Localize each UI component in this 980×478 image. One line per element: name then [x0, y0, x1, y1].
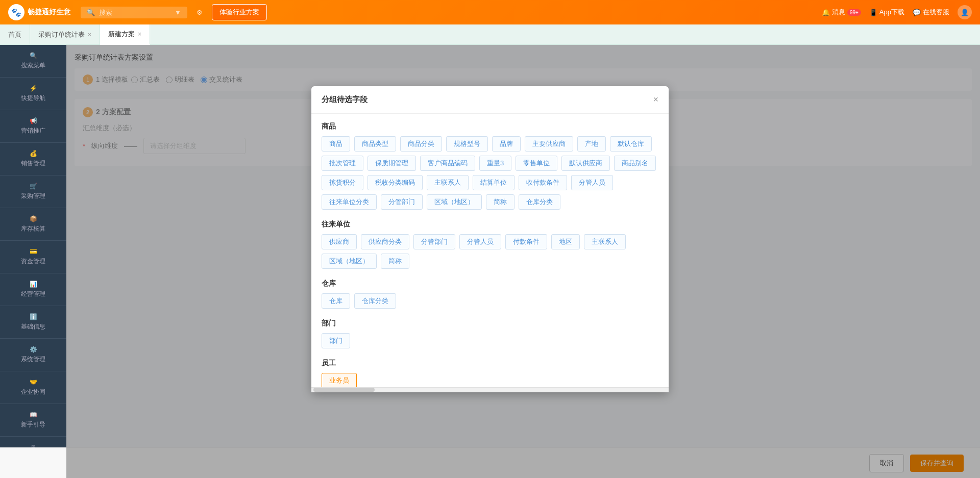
nav-search-box[interactable]: 🔍 ▼ — [81, 7, 187, 18]
app-download-item[interactable]: 📱 App下载 — [869, 8, 904, 17]
modal-title: 分组待选字段 — [322, 95, 368, 105]
section-warehouse: 仓库 仓库 仓库分类 — [322, 279, 658, 309]
sidebar-operations-label: 经营管理 — [21, 290, 45, 298]
field-dept[interactable]: 分管部门 — [381, 194, 423, 210]
field-settlement-unit[interactable]: 结算单位 — [473, 175, 514, 190]
modal-close-button[interactable]: × — [653, 94, 658, 105]
sidebar-purchase-label: 采购管理 — [21, 192, 45, 200]
field-main-contact2[interactable]: 主联系人 — [584, 234, 626, 249]
sidebar-item-marketing[interactable]: 📢 营销推广 — [0, 110, 66, 143]
field-customer-code[interactable]: 客户商品编码 — [420, 156, 475, 171]
sidebar-item-search[interactable]: 🔍 搜索菜单 — [0, 45, 66, 78]
field-warehouse[interactable]: 仓库 — [322, 293, 350, 309]
field-department[interactable]: 部门 — [322, 333, 350, 348]
online-service-item[interactable]: 💬 在线客服 — [913, 8, 949, 17]
field-region2[interactable]: 区域（地区） — [322, 254, 377, 269]
section-employee-fields: 业务员 — [322, 373, 658, 388]
field-retail-unit[interactable]: 零售单位 — [516, 156, 557, 171]
field-product-category[interactable]: 商品分类 — [400, 136, 442, 152]
notification-item[interactable]: 🔔 消息 99+ — [822, 8, 861, 17]
field-main-supplier[interactable]: 主要供应商 — [525, 136, 573, 152]
content-area: 采购订单统计表方案设置 1 1 选择模板 汇总表 明细表 交叉统计表 2 2 方 — [66, 45, 980, 478]
field-expiry-mgmt[interactable]: 保质期管理 — [368, 156, 416, 171]
field-abbr[interactable]: 简称 — [486, 194, 514, 210]
field-abbr2[interactable]: 简称 — [381, 254, 409, 269]
notification-label: 消息 — [832, 8, 845, 17]
modal-body: 商品 商品 商品类型 商品分类 规格型号 品牌 主要供应商 产地 默认仓库 批次… — [311, 114, 669, 388]
section-warehouse-fields: 仓库 仓库分类 — [322, 293, 658, 309]
field-area[interactable]: 地区 — [551, 234, 580, 249]
inventory-icon: 📦 — [30, 215, 37, 222]
section-department: 部门 部门 — [322, 319, 658, 348]
tab-home[interactable]: 首页 — [0, 24, 30, 45]
sidebar-collab-label: 企业协同 — [21, 388, 45, 396]
field-weight[interactable]: 重量3 — [479, 156, 511, 171]
search-input[interactable] — [99, 9, 170, 16]
field-main-contact[interactable]: 主联系人 — [427, 175, 469, 190]
field-default-warehouse[interactable]: 默认仓库 — [610, 136, 652, 152]
sidebar-item-purchase[interactable]: 🛒 采购管理 — [0, 175, 66, 208]
field-supervise-dept[interactable]: 分管部门 — [413, 234, 455, 249]
basic-info-icon: ℹ️ — [30, 313, 37, 320]
tab-new-plan[interactable]: 新建方案 × — [100, 24, 150, 45]
sidebar-sales-label: 销售管理 — [21, 159, 45, 168]
field-pick-points[interactable]: 拣货积分 — [322, 175, 363, 190]
sidebar-item-finance[interactable]: 💳 资金管理 — [0, 241, 66, 273]
field-sales-rep[interactable]: 业务员 — [322, 373, 357, 388]
field-default-supplier[interactable]: 默认供应商 — [561, 156, 610, 171]
tab-purchase-label: 采购订单统计表 — [38, 30, 85, 39]
tab-purchase-close[interactable]: × — [88, 31, 91, 38]
main-layout: 🔍 搜索菜单 ⚡ 快捷导航 📢 营销推广 💰 销售管理 🛒 采购管理 📦 库存核… — [0, 45, 980, 478]
avatar[interactable]: 👤 — [958, 5, 972, 19]
sidebar-system-label: 系统管理 — [21, 355, 45, 364]
section-department-fields: 部门 — [322, 333, 658, 348]
field-supervise-person[interactable]: 分管人员 — [459, 234, 501, 249]
settings-button[interactable]: ⚙ — [191, 4, 208, 20]
field-product-type[interactable]: 商品类型 — [354, 136, 396, 152]
field-product[interactable]: 商品 — [322, 136, 350, 152]
operations-icon: 📊 — [30, 281, 37, 288]
h-scroll-thumb[interactable] — [313, 388, 375, 392]
sidebar-search-label: 搜索菜单 — [21, 61, 45, 70]
purchase-icon: 🛒 — [30, 183, 37, 190]
finance-icon: 💳 — [30, 248, 37, 255]
field-supplier[interactable]: 供应商 — [322, 234, 357, 249]
horizontal-scrollbar[interactable] — [311, 387, 669, 392]
field-tax-code[interactable]: 税收分类编码 — [368, 175, 423, 190]
sidebar-item-sales[interactable]: 💰 销售管理 — [0, 143, 66, 175]
tab-purchase-stats[interactable]: 采购订单统计表 × — [30, 24, 100, 45]
field-supervisor[interactable]: 分管人员 — [571, 175, 613, 190]
sidebar-item-inventory[interactable]: 📦 库存核算 — [0, 208, 66, 241]
field-spec-model[interactable]: 规格型号 — [446, 136, 488, 152]
sidebar-item-quick-nav[interactable]: ⚡ 快捷导航 — [0, 78, 66, 110]
field-origin[interactable]: 产地 — [577, 136, 606, 152]
logo-icon: 🐾 — [8, 4, 24, 20]
field-warehouse-cat[interactable]: 仓库分类 — [354, 293, 396, 309]
tab-new-plan-close[interactable]: × — [138, 31, 141, 38]
sidebar: 🔍 搜索菜单 ⚡ 快捷导航 📢 营销推广 💰 销售管理 🛒 采购管理 📦 库存核… — [0, 45, 66, 478]
dropdown-icon: ▼ — [175, 9, 181, 16]
field-batch-mgmt[interactable]: 批次管理 — [322, 156, 363, 171]
field-payment-condition[interactable]: 付款条件 — [505, 234, 547, 249]
sidebar-item-collab[interactable]: 🤝 企业协同 — [0, 371, 66, 404]
marketing-icon: 📢 — [30, 117, 37, 124]
field-brand[interactable]: 品牌 — [492, 136, 521, 152]
collab-icon: 🤝 — [30, 379, 37, 386]
sidebar-item-system[interactable]: ⚙️ 系统管理 — [0, 339, 66, 371]
logo: 🐾 畅捷通好生意 — [8, 4, 70, 20]
experience-button[interactable]: 体验行业方案 — [212, 4, 267, 20]
search-icon: 🔍 — [87, 9, 95, 16]
field-counterparty-category[interactable]: 往来单位分类 — [322, 194, 377, 210]
sidebar-item-basic-info[interactable]: ℹ️ 基础信息 — [0, 306, 66, 339]
field-supplier-category[interactable]: 供应商分类 — [361, 234, 409, 249]
modal-header: 分组待选字段 × — [311, 86, 669, 114]
field-product-alias[interactable]: 商品别名 — [614, 156, 656, 171]
notification-badge: 99+ — [847, 9, 861, 16]
sidebar-item-operations[interactable]: 📊 经营管理 — [0, 273, 66, 306]
sidebar-item-guide[interactable]: 📖 新手引导 — [0, 404, 66, 437]
section-counterparty-fields: 供应商 供应商分类 分管部门 分管人员 付款条件 地区 主联系人 区域（地区） … — [322, 234, 658, 269]
field-payment-terms[interactable]: 收付款条件 — [519, 175, 567, 190]
field-warehouse-category[interactable]: 仓库分类 — [519, 194, 560, 210]
field-region[interactable]: 区域（地区） — [427, 194, 482, 210]
sidebar-finance-label: 资金管理 — [21, 257, 45, 266]
